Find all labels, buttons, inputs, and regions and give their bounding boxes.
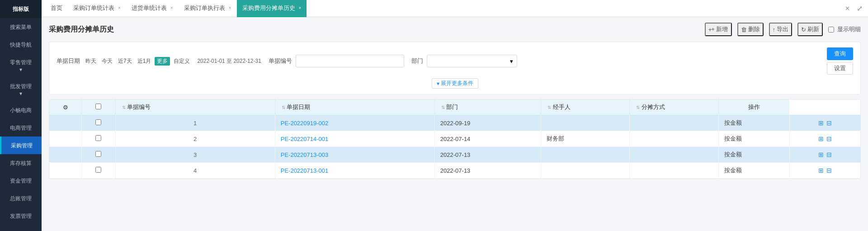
edit-icon-1[interactable]: ⊞ [818, 119, 824, 127]
table-header-row: ⚙ ⇅ 单据编号 ⇅ 单据日期 [49, 99, 860, 115]
sidebar-logo: 指标版 [0, 0, 42, 18]
tab-close-purchase-cost-history[interactable]: × [299, 5, 302, 10]
doc-num-link-4[interactable]: PE-20220713-001 [281, 167, 329, 174]
add-button[interactable]: + + 新增 [705, 23, 732, 36]
refresh-button[interactable]: ↻ 刷新 [797, 23, 823, 36]
refresh-icon: ↻ [801, 26, 806, 33]
date-shortcut-yesterday[interactable]: 昨天 [84, 57, 98, 66]
table-body: 1 PE-20220919-002 2022-09-19 按金额 ⊞ ⊟ 2 P… [49, 115, 860, 179]
sort-icon: ⇅ [547, 105, 551, 110]
sidebar-item-inventory[interactable]: 库存核算 [0, 154, 42, 172]
row-num-1: 1 [115, 115, 275, 131]
expand-row: ▾ 展开更多条件 [57, 78, 853, 89]
export-icon: ↑ [773, 26, 776, 33]
date-shortcut-custom[interactable]: 自定义 [172, 57, 192, 66]
tab-close-purchase-order-stat[interactable]: × [118, 5, 121, 10]
row-doc-num-1[interactable]: PE-20220919-002 [275, 115, 434, 131]
doc-num-link-1[interactable]: PE-20220919-002 [281, 120, 329, 127]
sidebar-item-purchase[interactable]: 采购管理 [0, 137, 42, 154]
doc-num-link-2[interactable]: PE-20220714-001 [281, 136, 329, 142]
sidebar-item-shortcut[interactable]: 快捷导航 [0, 36, 42, 53]
row-select-4[interactable] [95, 167, 101, 173]
doc-num-input[interactable] [296, 55, 404, 67]
delete-button[interactable]: 🗑 删除 [737, 23, 764, 36]
sidebar-item-wholesale[interactable]: 批发管理 ▾ [0, 77, 42, 101]
table-checkbox-header[interactable] [82, 99, 116, 115]
sort-icon: ⇅ [282, 105, 285, 110]
edit-icon-3[interactable]: ⊞ [818, 151, 824, 158]
row-select-1[interactable] [95, 119, 101, 125]
dept-filter-group: 部门 ▾ [411, 55, 517, 67]
edit-icon-4[interactable]: ⊞ [818, 167, 824, 174]
sidebar-item-search[interactable]: 搜索菜单 [0, 18, 42, 36]
table-row: 2 PE-20220714-001 2022-07-14 财务部 按金额 ⊞ ⊟ [49, 131, 860, 147]
row-handler-2 [630, 131, 718, 147]
tab-purchase-order-exec[interactable]: 采购订单执行表 × [179, 0, 237, 17]
filter-settings-button[interactable]: 设置 [827, 62, 853, 75]
maximize-window-button[interactable]: ⤢ [855, 3, 864, 14]
delete-icon-3[interactable]: ⊟ [826, 151, 832, 158]
tab-purchase-cost-history[interactable]: 采购费用分摊单历史 × [237, 0, 307, 17]
delete-icon-4[interactable]: ⊟ [826, 167, 832, 174]
col-header-action: 操作 [718, 99, 789, 115]
sidebar-item-invoice[interactable]: 发票管理 [0, 207, 42, 225]
dept-select[interactable]: ▾ [427, 55, 517, 67]
table-settings-header[interactable]: ⚙ [49, 99, 82, 115]
date-shortcut-1month[interactable]: 近1月 [136, 57, 153, 66]
show-cols-toggle[interactable]: 显示明细 [828, 25, 861, 33]
row-settings-2 [49, 131, 82, 147]
chevron-down-icon: ▾ [19, 90, 22, 97]
row-doc-num-2[interactable]: PE-20220714-001 [275, 131, 434, 147]
row-handler-4 [630, 163, 718, 179]
sort-icon: ⇅ [122, 105, 126, 110]
date-shortcut-7days[interactable]: 近7天 [116, 57, 134, 66]
row-doc-num-4[interactable]: PE-20220713-001 [275, 163, 434, 179]
row-select-2[interactable] [95, 135, 101, 141]
sidebar-item-ecommerce[interactable]: 电商管理 [0, 119, 42, 137]
dept-filter-label: 部门 [411, 57, 423, 65]
sidebar-item-retail[interactable]: 零售管理 ▾ [0, 53, 42, 77]
tab-close-purchase-order-exec[interactable]: × [229, 5, 231, 10]
chevron-down-icon: ▾ [19, 66, 22, 73]
row-checkbox-4[interactable] [82, 163, 116, 179]
tab-home[interactable]: 首页 [45, 0, 68, 17]
close-window-button[interactable]: × [844, 4, 851, 14]
sort-icon: ⇅ [441, 105, 445, 110]
sidebar-item-accounting[interactable]: 总账管理 [0, 189, 42, 207]
sidebar-item-mini[interactable]: 小畅电商 [0, 101, 42, 119]
select-all-checkbox[interactable] [95, 104, 101, 109]
doc-num-label: 单据编号 [269, 57, 292, 65]
search-button[interactable]: 查询 [827, 47, 853, 60]
page-title: 采购费用分摊单历史 [49, 25, 114, 34]
trash-icon: 🗑 [741, 26, 747, 33]
row-dept-2: 财务部 [541, 131, 630, 147]
tab-goods-stat[interactable]: 进货单统计表 × [126, 0, 179, 17]
row-checkbox-2[interactable] [82, 131, 116, 147]
row-checkbox-3[interactable] [82, 147, 116, 163]
expand-conditions-button[interactable]: ▾ 展开更多条件 [432, 78, 478, 89]
date-shortcut-more[interactable]: 更多 [155, 57, 170, 66]
date-shortcut-today[interactable]: 今天 [100, 57, 114, 66]
col-header-doc-date: ⇅ 单据日期 [275, 99, 434, 115]
delete-icon-2[interactable]: ⊟ [826, 135, 832, 142]
row-split-method-2: 按金额 [718, 131, 789, 147]
filter-row: 单据日期 昨天 今天 近7天 近1月 更多 自定义 2022-01-01 至 2… [57, 47, 853, 75]
chevron-down-icon: ▾ [510, 58, 513, 65]
tab-close-goods-stat[interactable]: × [170, 5, 173, 10]
tab-purchase-order-stat[interactable]: 采购订单统计表 × [68, 0, 126, 17]
sidebar-item-finance[interactable]: 资金管理 [0, 172, 42, 189]
doc-num-link-3[interactable]: PE-20220713-003 [281, 151, 329, 158]
table-container: ⚙ ⇅ 单据编号 ⇅ 单据日期 [49, 99, 861, 179]
sort-icon: ⇅ [636, 105, 640, 110]
data-table: ⚙ ⇅ 单据编号 ⇅ 单据日期 [49, 99, 860, 179]
row-action-4: ⊞ ⊟ [789, 163, 860, 179]
show-cols-checkbox[interactable] [828, 27, 834, 33]
delete-icon-1[interactable]: ⊟ [826, 119, 832, 127]
edit-icon-2[interactable]: ⊞ [818, 135, 824, 142]
row-dept-3 [541, 147, 630, 163]
export-button[interactable]: ↑ 导出 [769, 23, 793, 36]
row-doc-num-3[interactable]: PE-20220713-003 [275, 147, 434, 163]
tab-bar: 首页 采购订单统计表 × 进货单统计表 × 采购订单执行表 × 采购费用分摊单历… [42, 0, 868, 17]
row-checkbox-1[interactable] [82, 115, 116, 131]
row-select-3[interactable] [95, 151, 101, 157]
